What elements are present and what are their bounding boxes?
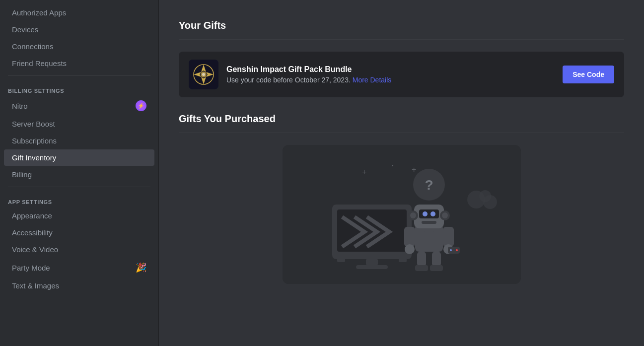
svg-point-34 xyxy=(410,212,416,218)
svg-text:+: + xyxy=(412,165,416,174)
sidebar-item-appearance[interactable]: Appearance xyxy=(4,208,154,224)
your-gifts-divider xyxy=(179,39,624,40)
divider-app xyxy=(8,187,150,187)
svg-point-37 xyxy=(450,249,452,251)
svg-text:?: ? xyxy=(425,177,433,193)
svg-rect-22 xyxy=(422,221,436,224)
svg-rect-29 xyxy=(432,252,441,267)
empty-state: + • + ? xyxy=(179,145,624,284)
svg-rect-25 xyxy=(443,227,454,247)
sidebar-item-party-mode[interactable]: Party Mode 🎉 xyxy=(4,258,154,277)
svg-point-20 xyxy=(423,211,428,216)
svg-text:+: + xyxy=(362,168,366,176)
gift-thumbnail xyxy=(189,60,218,89)
svg-point-26 xyxy=(405,244,415,254)
sidebar-item-voice-video[interactable]: Voice & Video xyxy=(4,241,154,258)
gift-thumbnail-svg xyxy=(189,60,218,89)
svg-rect-28 xyxy=(417,252,426,267)
gift-description: Use your code before October 27, 2023. M… xyxy=(226,76,555,84)
svg-rect-19 xyxy=(419,209,439,218)
gift-name: Genshin Impact Gift Pack Bundle xyxy=(226,65,555,74)
svg-rect-31 xyxy=(430,265,443,271)
svg-rect-15 xyxy=(337,258,345,262)
sidebar-item-friend-requests[interactable]: Friend Requests xyxy=(4,55,154,71)
svg-point-35 xyxy=(442,212,448,218)
sidebar-item-subscriptions[interactable]: Subscriptions xyxy=(4,133,154,149)
nitro-icon: ⚡ xyxy=(136,100,146,111)
sidebar-item-connections[interactable]: Connections xyxy=(4,38,154,55)
gift-info: Genshin Impact Gift Pack Bundle Use your… xyxy=(226,65,555,84)
svg-rect-14 xyxy=(356,265,388,269)
svg-text:•: • xyxy=(392,163,394,168)
sidebar-item-devices[interactable]: Devices xyxy=(4,21,154,38)
billing-section-label: BILLING SETTINGS xyxy=(0,80,158,96)
svg-point-4 xyxy=(202,73,205,76)
svg-rect-24 xyxy=(404,227,415,247)
sidebar-item-authorized-apps[interactable]: Authorized Apps xyxy=(4,4,154,21)
svg-point-38 xyxy=(456,249,458,251)
sidebar-item-gift-inventory[interactable]: Gift Inventory xyxy=(4,149,154,166)
see-code-button[interactable]: See Code xyxy=(563,66,614,83)
purchased-title: Gifts You Purchased xyxy=(179,113,624,125)
sidebar-item-text-images[interactable]: Text & Images xyxy=(4,277,154,294)
svg-rect-30 xyxy=(415,265,428,271)
purchased-divider xyxy=(179,133,624,133)
main-content: Your Gifts Genshin xyxy=(159,0,644,346)
sidebar-item-billing[interactable]: Billing xyxy=(4,166,154,183)
divider-billing xyxy=(8,75,150,76)
sidebar-item-server-boost[interactable]: Server Boost xyxy=(4,116,154,132)
svg-rect-16 xyxy=(399,258,407,262)
app-section-label: APP SETTINGS xyxy=(0,191,158,207)
empty-illustration: + • + ? xyxy=(283,145,521,284)
gift-card: Genshin Impact Gift Pack Bundle Use your… xyxy=(179,52,624,97)
sidebar: Authorized Apps Devices Connections Frie… xyxy=(0,0,159,346)
svg-point-41 xyxy=(483,195,497,209)
more-details-link[interactable]: More Details xyxy=(353,76,392,84)
party-icon: 🎉 xyxy=(136,262,146,273)
empty-state-svg: + • + ? xyxy=(283,145,521,284)
sidebar-item-nitro[interactable]: Nitro ⚡ xyxy=(4,96,154,115)
svg-rect-23 xyxy=(424,228,434,232)
svg-rect-13 xyxy=(366,259,378,265)
svg-rect-36 xyxy=(448,247,460,254)
sidebar-item-accessibility[interactable]: Accessibility xyxy=(4,224,154,241)
your-gifts-title: Your Gifts xyxy=(179,20,624,31)
svg-point-21 xyxy=(430,211,435,216)
